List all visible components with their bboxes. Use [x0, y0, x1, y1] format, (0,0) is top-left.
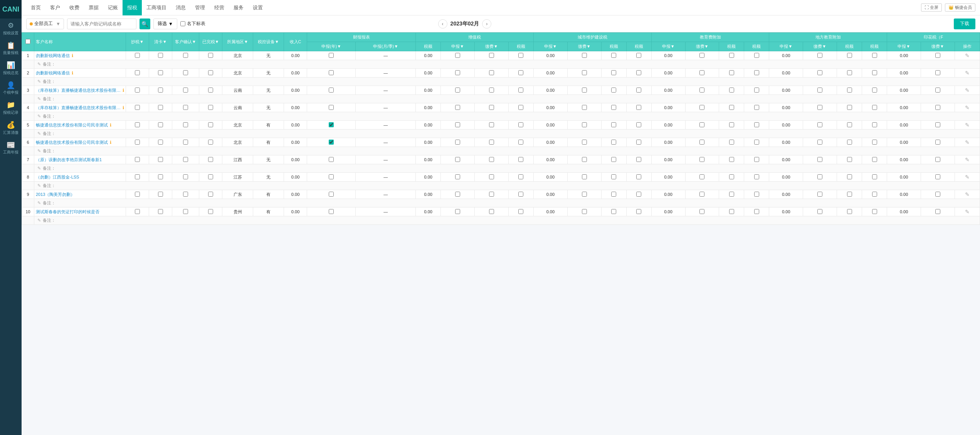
zz-cb-1[interactable] [455, 70, 460, 75]
zz-cell-2[interactable] [475, 69, 509, 78]
cs-cell-2[interactable] [601, 207, 626, 216]
chaoshui-checkbox[interactable] [135, 70, 140, 75]
df-cell-1[interactable] [803, 155, 837, 164]
nav-invoice[interactable]: 票据 [84, 0, 103, 15]
zz-cb-1[interactable] [455, 192, 460, 197]
row-confirm[interactable] [172, 155, 199, 164]
caiwu-annual-cb[interactable] [329, 174, 334, 179]
df-cell-2[interactable] [837, 207, 862, 216]
yh-caozuo[interactable]: ✎ [955, 121, 980, 130]
cs-cell-1[interactable] [567, 155, 601, 164]
jy-cb-3[interactable] [754, 53, 759, 58]
row-paid[interactable] [199, 51, 222, 60]
df-cell-2[interactable] [837, 51, 862, 60]
row-caiwu-annual[interactable] [307, 86, 356, 95]
df-cb-1[interactable] [817, 88, 822, 93]
df-cell-3[interactable] [862, 207, 887, 216]
cs-cb-3[interactable] [636, 192, 641, 197]
df-cell-2[interactable] [837, 86, 862, 95]
df-cb-2[interactable] [847, 140, 852, 145]
df-cb-3[interactable] [872, 140, 877, 145]
row-caiwu-annual[interactable] [307, 138, 356, 147]
row-confirm[interactable] [172, 207, 199, 216]
jy-cb-3[interactable] [754, 70, 759, 75]
cs-cell-1[interactable] [567, 86, 601, 95]
jy-cell-3[interactable] [744, 207, 769, 216]
row-chaoshui[interactable] [126, 51, 149, 60]
confirm-checkbox[interactable] [183, 105, 188, 110]
yh-shenbao-cb[interactable] [935, 157, 940, 162]
confirm-checkbox[interactable] [183, 140, 188, 145]
row-confirm[interactable] [172, 138, 199, 147]
cs-cb-2[interactable] [611, 209, 616, 214]
zz-cell-3[interactable] [508, 207, 533, 216]
jy-cb-2[interactable] [729, 140, 734, 145]
paid-checkbox[interactable] [208, 88, 213, 93]
zz-cell-2[interactable] [475, 190, 509, 199]
cs-cb-1[interactable] [582, 105, 587, 110]
cs-cell-2[interactable] [601, 190, 626, 199]
zz-cell-1[interactable] [441, 138, 475, 147]
chaoshui-checkbox[interactable] [135, 140, 140, 145]
yh-shenbao-cb[interactable] [935, 209, 940, 214]
cs-cb-2[interactable] [611, 70, 616, 75]
qingka-checkbox[interactable] [158, 70, 163, 75]
cs-cb-3[interactable] [636, 157, 641, 162]
cs-cell-1[interactable] [567, 207, 601, 216]
jy-cell-1[interactable] [685, 103, 719, 112]
df-cell-3[interactable] [862, 69, 887, 78]
row-confirm[interactable] [172, 121, 199, 130]
confirm-checkbox[interactable] [183, 192, 188, 197]
df-cell-1[interactable] [803, 138, 837, 147]
zz-cb-1[interactable] [455, 122, 460, 127]
row-qingka[interactable] [149, 121, 172, 130]
qingka-checkbox[interactable] [158, 157, 163, 162]
edit-icon[interactable]: ✎ [965, 139, 970, 145]
nav-industrial[interactable]: 工商项目 [142, 0, 171, 15]
zz-cell-3[interactable] [508, 86, 533, 95]
df-cell-1[interactable] [803, 103, 837, 112]
df-cb-1[interactable] [817, 192, 822, 197]
select-all-checkbox[interactable] [25, 39, 30, 44]
jy-cell-2[interactable] [719, 121, 744, 130]
cs-cb-1[interactable] [582, 140, 587, 145]
cs-cell-1[interactable] [567, 51, 601, 60]
jy-cb-3[interactable] [754, 174, 759, 179]
zz-cb-2[interactable] [489, 53, 494, 58]
df-cell-1[interactable] [803, 190, 837, 199]
zz-cb-3[interactable] [518, 105, 523, 110]
sidebar-item-piliangsbaoshui[interactable]: 📋 批量报税 [0, 39, 22, 59]
zz-cell-1[interactable] [441, 155, 475, 164]
row-chaoshui[interactable] [126, 207, 149, 216]
chaoshui-checkbox[interactable] [135, 105, 140, 110]
df-cb-3[interactable] [872, 88, 877, 93]
cs-cell-2[interactable] [601, 173, 626, 182]
jy-cell-1[interactable] [685, 173, 719, 182]
zz-cb-3[interactable] [518, 192, 523, 197]
row-caiwu-annual[interactable] [307, 121, 356, 130]
jy-cb-2[interactable] [729, 174, 734, 179]
zz-cell-2[interactable] [475, 173, 509, 182]
caiwu-annual-cb[interactable] [329, 192, 334, 197]
cs-cb-3[interactable] [636, 122, 641, 127]
zz-cell-2[interactable] [475, 207, 509, 216]
yh-shenbao-cb[interactable] [935, 192, 940, 197]
zz-cell-1[interactable] [441, 103, 475, 112]
zz-cb-1[interactable] [455, 209, 460, 214]
cs-cb-1[interactable] [582, 174, 587, 179]
zz-cb-1[interactable] [455, 174, 460, 179]
caiwu-annual-cb[interactable] [329, 209, 334, 214]
edit-icon[interactable]: ✎ [965, 209, 970, 215]
edit-icon[interactable]: ✎ [965, 70, 970, 76]
edit-icon[interactable]: ✎ [965, 157, 970, 163]
row-qingka[interactable] [149, 69, 172, 78]
yh-shenbao[interactable] [921, 207, 955, 216]
df-cb-3[interactable] [872, 174, 877, 179]
confirm-checkbox[interactable] [183, 122, 188, 127]
row-chaoshui[interactable] [126, 69, 149, 78]
jy-cell-2[interactable] [719, 51, 744, 60]
sidebar-item-baoshuishezhi[interactable]: ⚙ 报税设置 [0, 19, 22, 39]
chaoshui-checkbox[interactable] [135, 88, 140, 93]
row-caiwu-annual[interactable] [307, 207, 356, 216]
cs-cell-3[interactable] [626, 155, 651, 164]
